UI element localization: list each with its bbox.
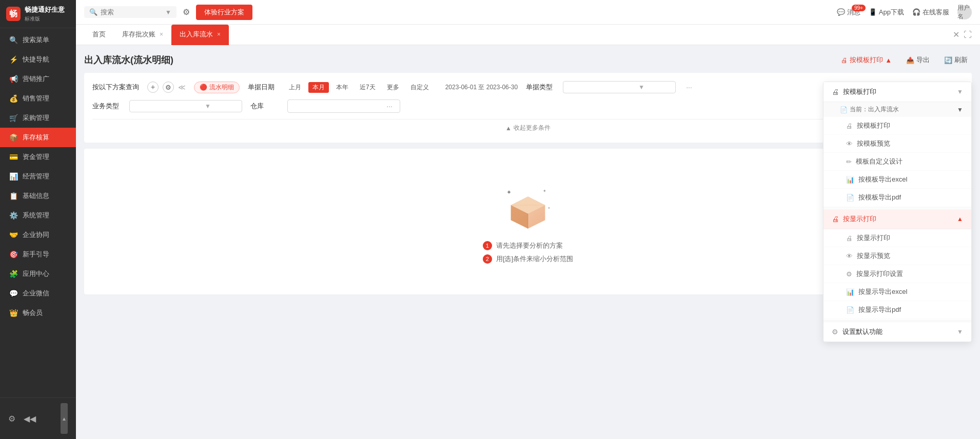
search-input[interactable] [101, 8, 162, 16]
tab-home[interactable]: 首页 [84, 25, 114, 45]
bill-type-field[interactable]: ▼ [563, 81, 676, 93]
tab-flow-label: 出入库流水 [180, 30, 213, 39]
header-right: 💬 消息 99+ 📱 App下载 🎧 在线客服 用户名 [837, 5, 972, 19]
display-section-arrow[interactable]: ▲ [957, 215, 963, 223]
tab-batch-accounts-close[interactable]: × [160, 31, 163, 38]
template-print-item[interactable]: 🖨 按模板打印 [824, 117, 971, 135]
sidebar-item-wechat-label: 企业微信 [23, 289, 49, 298]
header-search-dropdown-icon[interactable]: ▼ [165, 9, 171, 16]
template-section-label: 按模板打印 [843, 87, 876, 96]
header-search-box[interactable]: 🔍 ▼ [84, 6, 177, 18]
warehouse-more-icon[interactable]: ··· [386, 102, 393, 110]
notification-item[interactable]: 💬 消息 99+ [837, 8, 860, 17]
app-center-icon: 🧩 [8, 270, 18, 278]
sidebar-item-wechat[interactable]: 💬 企业微信 [0, 284, 76, 303]
date-tab-current-year[interactable]: 本年 [332, 82, 352, 93]
bill-type-dropdown-icon: ▼ [638, 84, 670, 91]
date-tab-more[interactable]: 更多 [383, 82, 403, 93]
filter-collapse-icon[interactable]: ≪ [178, 83, 186, 91]
customer-service-label: 在线客服 [923, 8, 949, 17]
print-icon: 🖨 [841, 56, 848, 64]
default-settings-arrow[interactable]: ▼ [957, 328, 963, 335]
template-export-pdf-label: 按模板导出pdf [858, 193, 901, 202]
date-tab-last-month[interactable]: 上月 [285, 82, 305, 93]
sidebar-item-inventory[interactable]: 📦 库存核算 [0, 128, 76, 147]
sidebar-item-sales[interactable]: 💰 销售管理 [0, 89, 76, 108]
collapse-label: 收起更多条件 [514, 124, 551, 132]
collapse-sidebar-icon[interactable]: ◀◀ [24, 414, 36, 424]
tab-home-label: 首页 [92, 30, 106, 39]
display-pdf-icon: 📄 [846, 306, 854, 314]
empty-steps: 1 请先选择要分析的方案 2 用[选]条件来缩小分析范围 [483, 241, 573, 264]
sidebar-item-purchase[interactable]: 🛒 采购管理 [0, 108, 76, 128]
search-nav-icon: 🔍 [8, 36, 18, 44]
app-download-item[interactable]: 📱 App下载 [869, 8, 904, 17]
date-tab-current-month[interactable]: 本月 [308, 82, 329, 93]
display-export-excel-item[interactable]: 📊 按显示导出excel [824, 283, 971, 301]
sidebar-item-member[interactable]: 👑 畅会员 [0, 303, 76, 323]
user-avatar-text: 用户名 [957, 4, 972, 21]
template-custom-item[interactable]: ✏ 模板自定义设计 [824, 153, 971, 171]
template-export-excel-item[interactable]: 📊 按模板导出excel [824, 171, 971, 189]
default-settings-item[interactable]: ⚙ 设置默认功能 [832, 327, 883, 336]
guide-icon: 🎯 [8, 250, 18, 258]
settings-bottom-icon[interactable]: ⚙ [8, 414, 15, 424]
operations-icon: 📊 [8, 172, 18, 181]
template-export-excel-label: 按模板导出excel [858, 175, 907, 184]
sidebar-item-system[interactable]: ⚙️ 系统管理 [0, 206, 76, 225]
sidebar-item-quick-nav[interactable]: ⚡ 快捷导航 [0, 50, 76, 69]
export-button[interactable]: 📤 导出 [902, 53, 934, 67]
template-preview-item[interactable]: 👁 按模板预览 [824, 135, 971, 153]
tab-flow-close[interactable]: × [217, 31, 221, 38]
sidebar-item-finance[interactable]: 💳 资金管理 [0, 147, 76, 167]
template-section-header[interactable]: 🖨 按模板打印 ▼ [824, 82, 971, 102]
sidebar-item-app-center[interactable]: 🧩 应用中心 [0, 264, 76, 284]
step-2-text: 用[选]条件来缩小分析范围 [496, 254, 573, 264]
display-print-item[interactable]: 🖨 按显示打印 [824, 229, 971, 247]
bill-type-label: 单据类型 [526, 83, 555, 92]
template-export-pdf-item[interactable]: 📄 按模板导出pdf [824, 189, 971, 207]
filter-add-button[interactable]: ＋ [147, 82, 159, 93]
header-gear-icon[interactable]: ⚙ [183, 7, 190, 17]
logo-name: 畅捷通好生意 [25, 5, 65, 14]
business-type-field[interactable]: ▼ [129, 100, 242, 112]
tab-flow[interactable]: 出入库流水 × [171, 25, 229, 45]
sidebar-item-guide[interactable]: 🎯 新手引导 [0, 245, 76, 264]
current-arrow[interactable]: ▼ [957, 106, 963, 113]
filter-chip-flow[interactable]: 🔴 流水明细 [194, 82, 240, 93]
printer-header-icon: 🖨 [832, 88, 839, 96]
template-section-arrow[interactable]: ▼ [957, 88, 963, 95]
user-avatar[interactable]: 用户名 [957, 5, 972, 19]
bill-type-more[interactable]: ··· [686, 83, 692, 91]
print-dropdown: 🖨 按模板打印 ▼ 📄 当前：出入库流水 ▼ 🖨 按模板打印 [823, 82, 972, 342]
display-export-pdf-item[interactable]: 📄 按显示导出pdf [824, 301, 971, 319]
sidebar-scroll-handle[interactable]: ▲ [61, 403, 68, 434]
tab-batch-accounts[interactable]: 库存批次账 × [114, 25, 171, 45]
date-tab-custom[interactable]: 自定义 [406, 82, 433, 93]
app-download-label: App下载 [879, 8, 904, 17]
sidebar-item-base-info[interactable]: 📋 基础信息 [0, 186, 76, 206]
logo-icon: 畅 [6, 7, 21, 21]
display-print-settings-item[interactable]: ⚙ 按显示打印设置 [824, 265, 971, 283]
refresh-label: 刷新 [954, 55, 968, 65]
date-tab-last-7-days[interactable]: 近7天 [356, 82, 380, 93]
sidebar-item-operations[interactable]: 📊 经营管理 [0, 167, 76, 186]
customer-service-item[interactable]: 🎧 在线客服 [912, 8, 949, 17]
filter-settings-button[interactable]: ⚙ [163, 82, 174, 93]
display-section-header[interactable]: 🖨 按显示打印 ▲ [824, 209, 971, 229]
empty-step-1: 1 请先选择要分析的方案 [483, 241, 573, 250]
window-maximize-icon[interactable]: ⛶ [964, 30, 972, 39]
print-template-button[interactable]: 🖨 按模板打印 ▲ [837, 53, 896, 67]
window-close-icon[interactable]: ✕ [953, 30, 959, 39]
sidebar-item-enterprise[interactable]: 🤝 企业协同 [0, 225, 76, 245]
sidebar-item-marketing[interactable]: 📢 营销推广 [0, 69, 76, 89]
date-range-text: 2023-06-01 至 2023-06-30 [445, 83, 518, 92]
quick-nav-icon: ⚡ [8, 55, 18, 64]
sidebar-item-app-center-label: 应用中心 [23, 269, 49, 278]
sidebar-item-search[interactable]: 🔍 搜索菜单 [0, 30, 76, 50]
display-preview-item[interactable]: 👁 按显示预览 [824, 247, 971, 265]
warehouse-field[interactable]: ··· [287, 99, 400, 113]
refresh-button[interactable]: 🔄 刷新 [940, 53, 972, 67]
sidebar-item-purchase-label: 采购管理 [23, 113, 49, 123]
trial-button[interactable]: 体验行业方案 [196, 5, 252, 20]
